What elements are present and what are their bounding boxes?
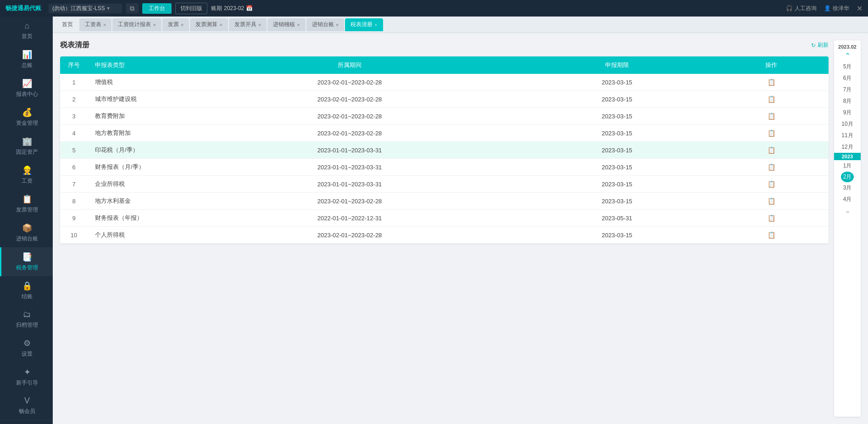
tab-home[interactable]: 首页 xyxy=(56,18,78,31)
cell-action[interactable]: 📋 xyxy=(714,125,829,142)
sidebar-item-home[interactable]: ⌂ 首页 xyxy=(0,17,53,45)
main-layout: ⌂ 首页 📊 总账 📈 报表中心 💰 资金管理 🏢 固定资产 👷 工资 📋 发票… xyxy=(0,17,868,424)
sidebar-item-assets[interactable]: 🏢 固定资产 xyxy=(0,132,53,161)
cell-deadline: 2023-03-15 xyxy=(520,193,714,210)
user-profile[interactable]: 👤 徐泽华 xyxy=(824,5,849,12)
date-month-7[interactable]: 7月 xyxy=(834,84,861,95)
date-month-1[interactable]: 1月 xyxy=(834,160,861,172)
action-icon[interactable]: 📋 xyxy=(768,95,775,103)
sidebar-item-member[interactable]: V 畅会员 xyxy=(0,391,53,420)
tab-close-icon[interactable]: × xyxy=(181,22,184,28)
tab-close-icon[interactable]: × xyxy=(336,22,339,28)
nav-up-icon[interactable]: ⌃ xyxy=(845,51,851,60)
close-icon[interactable]: ✕ xyxy=(857,4,862,13)
cell-action[interactable]: 📋 xyxy=(714,193,829,210)
cell-period: 2023-02-01~2023-02-28 xyxy=(179,227,520,244)
sidebar-label: 税务管理 xyxy=(16,264,38,272)
cell-no: 10 xyxy=(60,227,88,244)
tab-invoice[interactable]: 发票 × xyxy=(162,18,189,31)
tab-close-icon[interactable]: × xyxy=(153,22,156,28)
main-panel: 税表清册 ↻ 刷新 序号 申报表类型 所属期间 申报期限 操作 xyxy=(60,40,829,417)
date-month-8[interactable]: 8月 xyxy=(834,95,861,107)
cell-action[interactable]: 📋 xyxy=(714,176,829,193)
home-icon: ⌂ xyxy=(25,21,30,31)
action-icon[interactable]: 📋 xyxy=(768,180,775,188)
sidebar-item-closing[interactable]: 🔒 结账 xyxy=(0,276,53,305)
sidebar-item-general[interactable]: 📊 总账 xyxy=(0,45,53,74)
nav-down-icon[interactable]: ⌄ xyxy=(845,206,851,215)
calendar-icon[interactable]: 📅 xyxy=(246,5,253,11)
chart-icon: 📊 xyxy=(22,50,32,60)
page-content: 税表清册 ↻ 刷新 序号 申报表类型 所属期间 申报期限 操作 xyxy=(53,33,868,424)
table-row: 9 财务报表（年报） 2022-01-01~2022-12-31 2023-05… xyxy=(60,210,829,227)
cell-action[interactable]: 📋 xyxy=(714,142,829,159)
cell-action[interactable]: 📋 xyxy=(714,210,829,227)
tab-close-icon[interactable]: × xyxy=(219,22,222,28)
date-year-2023[interactable]: 2023 xyxy=(834,153,861,160)
sidebar-item-tax[interactable]: 📑 税务管理 xyxy=(0,247,53,276)
switch-old-button[interactable]: 切到旧版 xyxy=(175,3,207,14)
top-bar-right: 🎧 人工咨询 👤 徐泽华 ✕ xyxy=(786,4,862,13)
action-icon[interactable]: 📋 xyxy=(768,146,775,154)
sidebar-item-invoice[interactable]: 📋 发票管理 xyxy=(0,190,53,218)
cell-deadline: 2023-03-15 xyxy=(520,74,714,91)
action-icon[interactable]: 📋 xyxy=(768,214,775,222)
tab-salary-table[interactable]: 工资表 × xyxy=(79,18,111,31)
sidebar-label: 资金管理 xyxy=(16,119,38,127)
tab-invoice-open[interactable]: 发票开具 × xyxy=(229,18,267,31)
tab-sales-check[interactable]: 进销稽核 × xyxy=(267,18,305,31)
sidebar-label: 发票管理 xyxy=(16,206,38,214)
tab-close-icon[interactable]: × xyxy=(103,22,106,28)
sidebar-item-funds[interactable]: 💰 资金管理 xyxy=(0,103,53,132)
date-month-6[interactable]: 6月 xyxy=(834,73,861,84)
cell-action[interactable]: 📋 xyxy=(714,227,829,244)
date-month-9[interactable]: 9月 xyxy=(834,107,861,118)
tab-salary-stats[interactable]: 工资统计报表 × xyxy=(112,18,161,31)
date-month-5[interactable]: 5月 xyxy=(834,61,861,73)
action-icon[interactable]: 📋 xyxy=(768,231,775,239)
sidebar-label: 报表中心 xyxy=(16,90,38,98)
tab-invoice-calc[interactable]: 发票测算 × xyxy=(190,18,228,31)
date-month-11[interactable]: 11月 xyxy=(834,130,861,141)
assistant-link[interactable]: 🎧 人工咨询 xyxy=(786,5,817,12)
cell-deadline: 2023-03-15 xyxy=(520,125,714,142)
sidebar-item-archive[interactable]: 🗂 归档管理 xyxy=(0,305,53,334)
action-icon[interactable]: 📋 xyxy=(768,129,775,137)
sidebar-item-settings[interactable]: ⚙ 设置 xyxy=(0,334,53,363)
copy-button[interactable]: ⧉ xyxy=(126,3,139,13)
funds-icon: 💰 xyxy=(22,107,32,117)
action-icon[interactable]: 📋 xyxy=(768,112,775,120)
date-month-12[interactable]: 12月 xyxy=(834,141,861,153)
date-month-3[interactable]: 3月 xyxy=(834,182,861,194)
sidebar-label: 畅会员 xyxy=(19,407,35,415)
workbench-button[interactable]: 工作台 xyxy=(142,3,172,14)
sidebar-item-guide[interactable]: ✦ 新手引导 xyxy=(0,363,53,391)
col-type: 申报表类型 xyxy=(88,56,179,74)
action-icon[interactable]: 📋 xyxy=(768,78,775,86)
action-icon[interactable]: 📋 xyxy=(768,197,775,205)
cell-action[interactable]: 📋 xyxy=(714,91,829,108)
cell-action[interactable]: 📋 xyxy=(714,108,829,125)
action-icon[interactable]: 📋 xyxy=(768,163,775,171)
cell-no: 1 xyxy=(60,74,88,91)
date-month-10[interactable]: 10月 xyxy=(834,118,861,130)
sidebar-item-purchase[interactable]: 📦 进销台账 xyxy=(0,218,53,247)
cell-action[interactable]: 📋 xyxy=(714,74,829,91)
cell-deadline: 2023-03-15 xyxy=(520,159,714,176)
tab-close-icon[interactable]: × xyxy=(374,22,377,28)
tab-close-icon[interactable]: × xyxy=(258,22,261,28)
tab-close-icon[interactable]: × xyxy=(297,22,300,28)
company-selector[interactable]: (勿动）江西服宝-LSS ▾ xyxy=(49,4,122,13)
date-month-2[interactable]: 2月 xyxy=(841,172,854,182)
sidebar-item-salary[interactable]: 👷 工资 xyxy=(0,161,53,190)
tab-sales-ledger[interactable]: 进销台账 × xyxy=(306,18,344,31)
date-month-4[interactable]: 4月 xyxy=(834,194,861,205)
sidebar-label: 结账 xyxy=(22,293,33,301)
cell-action[interactable]: 📋 xyxy=(714,159,829,176)
tab-tax-list[interactable]: 税表清册 × xyxy=(345,18,383,31)
sidebar-item-reports[interactable]: 📈 报表中心 xyxy=(0,74,53,103)
unpin-button[interactable]: 📌 取消固定 xyxy=(0,420,53,424)
table-row: 8 地方水利基金 2023-02-01~2023-02-28 2023-03-1… xyxy=(60,193,829,210)
cell-no: 3 xyxy=(60,108,88,125)
refresh-button[interactable]: ↻ 刷新 xyxy=(811,41,829,49)
